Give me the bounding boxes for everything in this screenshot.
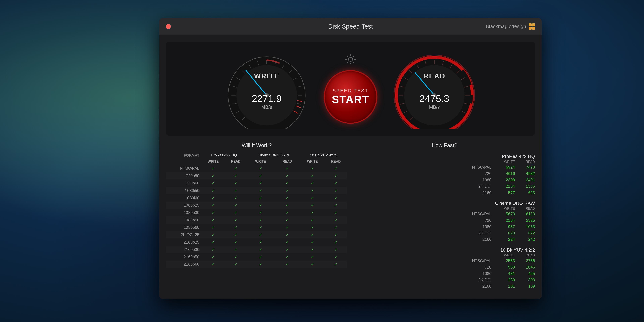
check: ✓	[247, 216, 275, 224]
check: ✓	[247, 209, 275, 216]
fast-val-write: 2308	[495, 178, 515, 182]
title-bar: Disk Speed Test Blackmagicdesign	[159, 18, 542, 35]
app-window: Disk Speed Test Blackmagicdesign	[159, 18, 542, 299]
check: ✓	[247, 165, 275, 172]
format-label: 1080i60	[166, 194, 201, 202]
read-gauge-svg: READ 2475.3 MB/s	[384, 48, 485, 129]
fast-wr-header: WRITE READ	[354, 206, 535, 210]
table-row: 1080p25 ✓ ✓ ✓ ✓ ✓ ✓	[166, 202, 347, 209]
cinema-dng-header: Cinema DNG RAW	[247, 152, 300, 158]
check: ✓	[247, 202, 275, 209]
start-button-label-top: SPEED TEST	[332, 88, 368, 94]
gear-icon-area	[345, 54, 356, 67]
fast-row-label: 1080	[354, 178, 495, 182]
fast-group-title: Cinema DNG RAW	[354, 198, 535, 206]
fast-row: 1080 2308 2491	[354, 177, 535, 183]
fast-val-read: 2756	[515, 258, 535, 263]
start-button-wrap: SPEED TEST START	[324, 54, 377, 124]
start-button[interactable]: SPEED TEST START	[324, 70, 377, 124]
check: ✓	[300, 253, 325, 260]
check: ✓	[225, 231, 247, 238]
svg-line-34	[353, 62, 354, 63]
check: ✓	[274, 165, 300, 172]
check: ✓	[325, 224, 347, 231]
fast-val-write: 2164	[495, 184, 515, 189]
logo-dot-1	[529, 24, 532, 26]
check: ✓	[300, 194, 325, 202]
check: ✓	[274, 231, 300, 238]
check: ✓	[247, 187, 275, 194]
check: ✓	[225, 202, 247, 209]
check: ✓	[201, 180, 225, 187]
check: ✓	[247, 246, 275, 253]
svg-text:READ: READ	[423, 72, 445, 80]
check: ✓	[325, 260, 347, 268]
check: ✓	[274, 209, 300, 216]
check: ✓	[247, 231, 275, 238]
format-label: NTSC/PAL	[166, 165, 201, 172]
fast-val-read: 303	[515, 278, 535, 282]
fast-row-label: NTSC/PAL	[354, 258, 495, 263]
svg-line-36	[347, 62, 348, 63]
check: ✓	[201, 216, 225, 224]
fast-val-write: 224	[495, 237, 515, 242]
format-label: 2160p25	[166, 238, 201, 246]
will-it-work-section: Will It Work? FORMAT ProRes 422 HQ Cinem…	[166, 142, 350, 292]
how-fast-section: How Fast? ProRes 422 HQ WRITE READ NTSC/…	[350, 142, 535, 292]
yuv-header: 10 Bit YUV 4:2:2	[300, 152, 347, 158]
svg-text:2475.3: 2475.3	[420, 93, 449, 104]
check: ✓	[247, 260, 275, 268]
format-label: 720p60	[166, 180, 201, 187]
cinema-write-col: WRITE	[247, 158, 275, 165]
fast-group-title: 10 Bit YUV 4:2:2	[354, 245, 535, 254]
check: ✓	[201, 209, 225, 216]
check: ✓	[247, 172, 275, 180]
fast-row-label: 1080	[354, 224, 495, 229]
check: ✓	[225, 172, 247, 180]
check: ✓	[325, 209, 347, 216]
fast-row: NTSC/PAL 2553 2756	[354, 258, 535, 264]
format-label: 1080p60	[166, 224, 201, 231]
fast-val-write: 957	[495, 224, 515, 229]
fast-val-write: 969	[495, 265, 515, 270]
fast-row: 2K DCI 623 672	[354, 230, 535, 236]
check: ✓	[325, 238, 347, 246]
table-row: 1080i60 ✓ ✓ ✓ ✓ ✓ ✓	[166, 194, 347, 202]
will-it-work-title: Will It Work?	[166, 142, 347, 148]
read-gauge-container: READ 2475.3 MB/s	[384, 48, 485, 129]
check: ✓	[300, 180, 325, 187]
format-label: 2160p60	[166, 260, 201, 268]
check: ✓	[325, 180, 347, 187]
cinema-read-col: READ	[274, 158, 300, 165]
table-row: 2160p60 ✓ ✓ ✓ ✓ ✓ ✓	[166, 260, 347, 268]
write-gauge-container: WRITE 2271.9 MB/s	[216, 48, 317, 129]
fast-row: NTSC/PAL 6924 7473	[354, 164, 535, 170]
check: ✓	[225, 238, 247, 246]
check: ✓	[325, 231, 347, 238]
close-button[interactable]	[166, 24, 171, 29]
table-row: 720p50 ✓ ✓ ✓ ✓ ✓ ✓	[166, 172, 347, 180]
fast-row-label: 2160	[354, 237, 495, 242]
fast-row-label: 720	[354, 265, 495, 270]
check: ✓	[300, 187, 325, 194]
fast-val-write: 5673	[495, 212, 515, 216]
fast-val-write: 4616	[495, 171, 515, 176]
table-row: NTSC/PAL ✓ ✓ ✓ ✓ ✓ ✓	[166, 165, 347, 172]
table-row: 1080p60 ✓ ✓ ✓ ✓ ✓ ✓	[166, 224, 347, 231]
fast-row: 2160 224 242	[354, 236, 535, 243]
svg-text:MB/s: MB/s	[429, 104, 440, 110]
fast-row-label: 720	[354, 218, 495, 223]
check: ✓	[300, 216, 325, 224]
check: ✓	[201, 187, 225, 194]
gear-icon[interactable]	[345, 54, 356, 65]
fast-wr-header: WRITE READ	[354, 160, 535, 164]
svg-text:MB/s: MB/s	[261, 104, 272, 110]
check: ✓	[225, 246, 247, 253]
gauges-section: WRITE 2271.9 MB/s	[166, 42, 535, 136]
logo-dot-2	[532, 24, 535, 26]
svg-line-33	[347, 56, 348, 57]
fast-row-label: 2K DCI	[354, 184, 495, 189]
tables-section: Will It Work? FORMAT ProRes 422 HQ Cinem…	[166, 142, 535, 292]
check: ✓	[201, 194, 225, 202]
check: ✓	[225, 187, 247, 194]
